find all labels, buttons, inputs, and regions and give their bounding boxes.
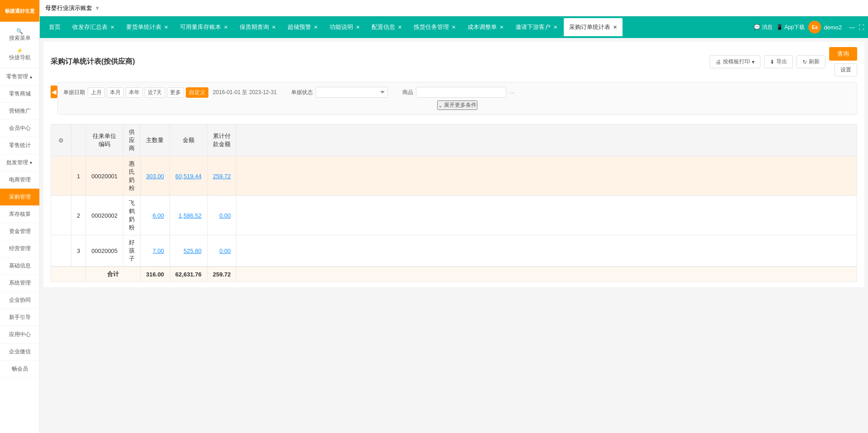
tab-peizhi[interactable]: 配置信息 ✕ (366, 18, 407, 36)
sidebar-item-label: 企业微信 (9, 348, 31, 356)
row-quantity: 6.00 (141, 196, 170, 235)
row-quantity: 303.00 (141, 157, 170, 196)
main-wrapper: 母婴行业演示账套 ▾ 首页 收发存汇总表 ✕ 要货单统计表 ✕ 可用量库存账本 … (40, 0, 868, 433)
sidebar-item-label: 企业协同 (9, 296, 31, 304)
sidebar-item-yingyong[interactable]: 应用中心 (0, 326, 39, 343)
sidebar-shortcut-btn[interactable]: ⚡ 快捷导航 (3, 45, 37, 64)
tab-caigoutonjji[interactable]: 采购订单统计表 ✕ (564, 18, 623, 36)
tab-close-icon[interactable]: ✕ (164, 24, 168, 30)
footer-quantity: 316.00 (141, 266, 170, 282)
expand-more-btn[interactable]: ⌄ 展开更多条件 (437, 100, 477, 110)
row-index: 1 (71, 157, 86, 196)
status-filter-select[interactable] (316, 87, 388, 98)
sidebar-item-qiye-weixin[interactable]: 企业微信 (0, 343, 39, 361)
sidebar-search-btn[interactable]: 🔍 搜索菜单 (3, 25, 37, 45)
tab-close-icon[interactable]: ✕ (500, 24, 504, 30)
settings-label: 设置 (840, 67, 851, 73)
minimize-icon[interactable]: — (849, 24, 855, 31)
tab-label: 可用量库存账本 (180, 23, 221, 31)
app-download-btn[interactable]: 📱 App下载 (776, 24, 805, 31)
page-title: 采购订单统计表(按供应商) (51, 57, 135, 67)
tab-close-icon[interactable]: ✕ (452, 24, 456, 30)
user-name: demo2 (824, 24, 842, 31)
sidebar-item-caigou[interactable]: 采购管理 (0, 189, 39, 206)
row-supplier-code: 00020002 (86, 196, 123, 235)
table-row[interactable]: 3 00020005 好孩子 7.00 525.80 0.00 (51, 235, 857, 267)
export-button[interactable]: ⬇ 导出 (764, 55, 793, 68)
goods-more-icon[interactable]: ··· (510, 89, 515, 96)
footer-extra (236, 266, 857, 282)
refresh-button[interactable]: ↻ 刷新 (797, 55, 826, 68)
workspace-name: 母婴行业演示账套 (45, 4, 92, 12)
user-area[interactable]: Ea demo2 (808, 21, 842, 33)
sidebar-item-label: 畅会员 (12, 365, 28, 373)
tab-keyongliang[interactable]: 可用量库存账本 ✕ (175, 18, 233, 36)
tab-peihuorenwu[interactable]: 拣货任务管理 ✕ (408, 18, 461, 36)
date-btn-this-year[interactable]: 本年 (126, 87, 143, 98)
date-btn-custom[interactable]: 自定义 (186, 87, 208, 98)
sidebar-item-zijin[interactable]: 资金管理 (0, 223, 39, 240)
print-button[interactable]: 🖨 按模板打印 ▾ (710, 55, 760, 68)
sidebar: 畅捷通好生意 🔍 搜索菜单 ⚡ 快捷导航 零售管理 ▲ 零售商城 营销推广 会员… (0, 0, 40, 433)
tab-close-icon[interactable]: ✕ (553, 24, 557, 30)
tab-close-icon[interactable]: ✕ (613, 24, 617, 30)
tab-gongneng[interactable]: 功能说明 ✕ (324, 18, 365, 36)
tab-close-icon[interactable]: ✕ (224, 24, 228, 30)
sidebar-search-section: 🔍 搜索菜单 ⚡ 快捷导航 (0, 22, 39, 68)
sidebar-item-chang-huiyuan[interactable]: 畅会员 (0, 361, 39, 378)
tab-chengbentiazheng[interactable]: 成本调整单 ✕ (462, 18, 509, 36)
avatar: Ea (808, 21, 821, 33)
tab-close-icon[interactable]: ✕ (356, 24, 360, 30)
sidebar-item-jingying[interactable]: 经营管理 (0, 240, 39, 257)
sidebar-item-xinshou[interactable]: 新手引导 (0, 309, 39, 326)
chevron-down-icon: ▲ (29, 75, 33, 79)
goods-filter-label: 商品 (402, 89, 413, 96)
tab-close-icon[interactable]: ✕ (314, 24, 318, 30)
tab-home[interactable]: 首页 (43, 18, 66, 36)
query-button[interactable]: 查询 (829, 47, 857, 61)
tab-shoufahuizong[interactable]: 收发存汇总表 ✕ (67, 18, 120, 36)
footer-label: 合计 (86, 266, 141, 282)
filter-toggle-button[interactable]: ◀ (51, 86, 57, 98)
sidebar-item-xitong[interactable]: 系统管理 (0, 275, 39, 292)
sidebar-item-yingxiao[interactable]: 营销推广 (0, 103, 39, 120)
sidebar-item-label: 零售商城 (9, 90, 31, 98)
table-footer-row: 合计 316.00 62,631.76 259.72 (51, 266, 857, 282)
sidebar-item-huiyuan[interactable]: 会员中心 (0, 120, 39, 137)
tab-chaochuyujing[interactable]: 超储预警 ✕ (282, 18, 323, 36)
date-btn-more[interactable]: 更多 (167, 87, 184, 98)
date-btn-last-month[interactable]: 上月 (88, 87, 105, 98)
sidebar-item-qiye[interactable]: 企业协同 (0, 292, 39, 309)
tab-close-icon[interactable]: ✕ (398, 24, 402, 30)
footer-empty (51, 266, 86, 282)
sidebar-item-dianshang[interactable]: 电商管理 (0, 171, 39, 189)
workspace-arrow-icon: ▾ (96, 5, 99, 11)
tab-baoshanqi[interactable]: 保质期查询 ✕ (234, 18, 281, 36)
sidebar-item-pifa[interactable]: 批发管理 ▼ (0, 154, 39, 171)
col-paid-amount: 累计付款金额 (207, 124, 236, 157)
settings-button[interactable]: 设置 (835, 63, 857, 76)
workspace-bar: 母婴行业演示账套 ▾ (40, 0, 868, 16)
table-row[interactable]: 1 00020001 惠氏奶粉 303.00 60,519.44 259.72 (51, 157, 857, 196)
sidebar-item-lingshougaunli[interactable]: 零售管理 ▲ (0, 68, 39, 86)
tab-close-icon[interactable]: ✕ (272, 24, 276, 30)
date-btn-7days[interactable]: 近7天 (145, 87, 165, 98)
tab-yaohuo[interactable]: 要货单统计表 ✕ (121, 18, 174, 36)
tab-close-icon[interactable]: ✕ (110, 24, 114, 30)
page-content: 采购订单统计表(按供应商) 🖨 按模板打印 ▾ ⬇ 导出 ↻ 刷新 (40, 38, 868, 433)
table-row[interactable]: 2 00020002 飞鹤奶粉 6.00 1,586.52 0.00 (51, 196, 857, 235)
sidebar-item-label: 零售管理 (6, 73, 28, 81)
date-btn-this-month[interactable]: 本月 (107, 87, 124, 98)
sidebar-item-jichu[interactable]: 基础信息 (0, 257, 39, 275)
sidebar-item-lingshao-shangcheng[interactable]: 零售商城 (0, 86, 39, 103)
tab-yaoqingxiayouke[interactable]: 邀请下游客户 ✕ (510, 18, 563, 36)
message-btn[interactable]: 💬 消息 (754, 24, 773, 31)
filter-main: 单据日期 上月 本月 本年 近7天 更多 自定义 2016-01-01 至 20… (57, 82, 857, 120)
sidebar-item-label: 零售统计 (9, 142, 31, 149)
column-settings-icon[interactable]: ⚙ (57, 136, 66, 145)
goods-filter-input[interactable] (416, 87, 506, 98)
chevron-down-icon: ▼ (29, 161, 33, 165)
maximize-icon[interactable]: ⛶ (859, 24, 864, 31)
sidebar-item-lingshao-tongji[interactable]: 零售统计 (0, 137, 39, 154)
sidebar-item-kucun[interactable]: 库存核算 (0, 206, 39, 223)
